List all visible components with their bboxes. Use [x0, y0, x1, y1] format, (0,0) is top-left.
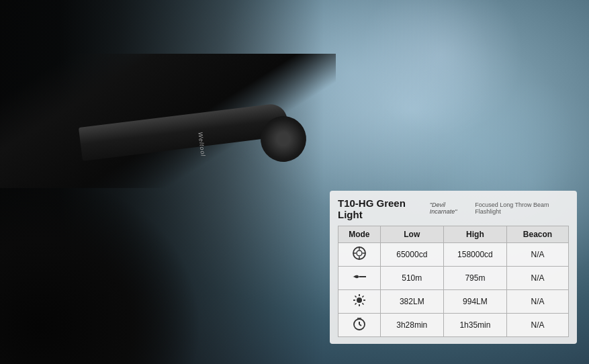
- runtime-icon: [338, 314, 381, 337]
- product-subtitle: Focused Long Throw Beam Flashlight: [475, 201, 569, 215]
- lumen-beacon: N/A: [506, 290, 568, 314]
- product-nickname: "Devil Incarnate": [430, 201, 471, 215]
- svg-line-15: [355, 303, 356, 304]
- hand-silhouette: [0, 176, 201, 364]
- distance-beacon: N/A: [506, 267, 568, 290]
- runtime-high: 1h35min: [443, 314, 506, 337]
- info-card: T10-HG Green Light "Devil Incarnate" Foc…: [330, 191, 577, 344]
- distance-high: 795m: [443, 267, 506, 290]
- svg-line-12: [355, 296, 356, 298]
- svg-line-18: [359, 324, 361, 326]
- svg-line-13: [362, 303, 363, 304]
- lumen-high: 994LM: [443, 290, 506, 314]
- svg-point-1: [357, 251, 362, 256]
- product-name: T10-HG Green Light: [338, 197, 426, 220]
- table-row: 3h28min 1h35min N/A: [338, 314, 569, 337]
- card-title: T10-HG Green Light "Devil Incarnate" Foc…: [338, 197, 569, 220]
- candela-beacon: N/A: [506, 243, 568, 267]
- header-high: High: [443, 226, 506, 243]
- lumen-low: 382LM: [380, 290, 443, 314]
- candela-high: 158000cd: [443, 243, 506, 267]
- runtime-beacon: N/A: [506, 314, 568, 337]
- header-low: Low: [380, 226, 443, 243]
- candela-low: 65000cd: [380, 243, 443, 267]
- table-row: 65000cd 158000cd N/A: [338, 243, 569, 267]
- target-icon: [338, 243, 381, 267]
- table-row: 382LM 994LM N/A: [338, 290, 569, 314]
- header-mode: Mode: [338, 226, 381, 243]
- beam-icon: [338, 267, 381, 290]
- runtime-low: 3h28min: [380, 314, 443, 337]
- specs-table: Mode Low High Beacon: [338, 226, 569, 337]
- distance-low: 510m: [380, 267, 443, 290]
- lumen-icon: [338, 290, 381, 314]
- svg-point-7: [357, 298, 362, 303]
- table-row: 510m 795m N/A: [338, 267, 569, 290]
- svg-line-14: [362, 296, 363, 298]
- header-beacon: Beacon: [506, 226, 568, 243]
